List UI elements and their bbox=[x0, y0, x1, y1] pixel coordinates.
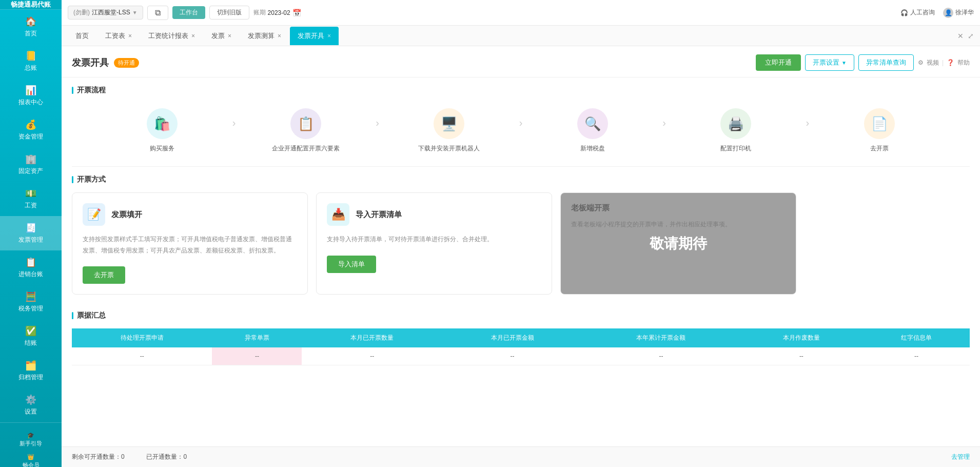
flow-step-label-download: 下载并安装开票机器人 bbox=[418, 144, 480, 153]
sidebar-item-general-ledger[interactable]: 📒总账 bbox=[0, 44, 62, 79]
flow-step-icon-open-invoice: 📄 bbox=[864, 108, 895, 139]
flow-step-new-taxbox: 🔍 新增税盘 bbox=[522, 108, 662, 153]
tab-close-invoice[interactable]: × bbox=[228, 32, 231, 40]
summary-section-title: 票据汇总 bbox=[72, 311, 970, 320]
tab-close-invoice-open[interactable]: × bbox=[327, 32, 331, 40]
boss-invoice-card: 老板端开票 查看老板端小程序提交的开票申请，并作出相应处理事项。 敬请期待 bbox=[560, 192, 796, 295]
summary-table-cell: -- bbox=[582, 347, 739, 365]
boss-card-overlay-text: 敬请期待 bbox=[650, 234, 707, 254]
summary-table-header: 本月已开票金额 bbox=[442, 328, 582, 347]
sidebar-item-home[interactable]: 🏠首页 bbox=[0, 10, 62, 44]
settings-dropdown-icon: ▼ bbox=[841, 60, 847, 66]
company-dropdown-icon: ▼ bbox=[132, 10, 138, 15]
go-open-invoice-button[interactable]: 去开票 bbox=[83, 266, 125, 284]
restore-icon[interactable]: ⤢ bbox=[968, 32, 974, 40]
method-cards: 📝 发票填开 支持按照发票样式手工填写开发票；可开具增值税电子普通发票、增值税普… bbox=[72, 192, 970, 303]
sidebar-bottom: 🎓新手引导👑畅会员 📌 取消固定 bbox=[0, 422, 62, 467]
sidebar-item-fixed-assets[interactable]: 🏢固定资产 bbox=[0, 147, 62, 182]
flow-step-icon-buy-service: 🛍️ bbox=[147, 108, 178, 139]
app-logo: 畅捷通易代账 bbox=[0, 0, 62, 10]
flow-step-label-config-printer: 配置打印机 bbox=[720, 144, 751, 153]
flow-step-icon-new-taxbox: 🔍 bbox=[577, 108, 608, 139]
method-section: 开票方式 📝 发票填开 支持按照发票样式手工填写开发票；可开具增值税电子普通发票… bbox=[62, 167, 980, 311]
sidebar-item-new-guide[interactable]: 🎓新手引导 bbox=[0, 429, 62, 451]
flow-step-buy-service: 🛍️ 购买服务 bbox=[92, 108, 232, 153]
tab-invoice-open[interactable]: 发票开具× bbox=[290, 27, 339, 45]
summary-table-cell: -- bbox=[442, 347, 582, 365]
summary-section: 票据汇总 待处理开票申请异常单票本月已开票数量本月已开票金额本年累计开票金额本月… bbox=[62, 311, 980, 376]
open-settings-button[interactable]: 开票设置 ▼ bbox=[805, 54, 854, 71]
fill-card-title: 发票填开 bbox=[111, 210, 142, 220]
tab-close-salary[interactable]: × bbox=[128, 32, 132, 40]
fill-icon: 📝 bbox=[83, 203, 105, 226]
company-selector[interactable]: (勿删) 江西服堂-LSS ▼ bbox=[68, 6, 143, 20]
immediate-open-button[interactable]: 立即开通 bbox=[756, 54, 801, 71]
sidebar-item-reports[interactable]: 📊报表中心 bbox=[0, 79, 62, 113]
topbar: (勿删) 江西服堂-LSS ▼ ⧉ 工作台 切到旧版 账期 2023-02 📅 … bbox=[62, 0, 980, 26]
flow-step-config-printer: 🖨️ 配置打印机 bbox=[666, 108, 806, 153]
flow-arrow-4: › bbox=[806, 117, 810, 129]
import-icon: 📥 bbox=[327, 203, 349, 226]
page-title-area: 发票开具 待开通 bbox=[72, 56, 139, 69]
import-card-desc: 支持导入待开票清单，可对待开票清单进行拆分、合并处理。 bbox=[327, 234, 541, 245]
fill-card-desc: 支持按照发票样式手工填写开发票；可开具增值税电子普通发票、增值税普通发票、增值税… bbox=[83, 234, 297, 256]
tab-close-salary-report[interactable]: × bbox=[191, 32, 195, 40]
sidebar-item-funds[interactable]: 💰资金管理 bbox=[0, 113, 62, 147]
tabbar: 首页工资表×工资统计报表×发票×发票测算×发票开具× ✕ ⤢ bbox=[62, 26, 980, 46]
manage-link[interactable]: 去管理 bbox=[951, 453, 970, 461]
close-all-icon[interactable]: ✕ bbox=[957, 32, 964, 40]
import-invoice-card: 📥 导入开票清单 支持导入待开票清单，可对待开票清单进行拆分、合并处理。 导入清… bbox=[316, 192, 552, 295]
tab-invoice[interactable]: 发票× bbox=[204, 27, 239, 45]
old-version-button[interactable]: 切到旧版 bbox=[209, 6, 249, 20]
summary-table-cell: -- bbox=[863, 347, 970, 365]
tab-home[interactable]: 首页 bbox=[68, 27, 96, 45]
sidebar-item-invoice-mgmt[interactable]: 🧾发票管理 bbox=[0, 216, 62, 250]
copy-button[interactable]: ⧉ bbox=[147, 6, 168, 20]
flow-steps: 🛍️ 购买服务 › 📋 企业开通配置开票六要素 › 🖥️ 下载并安装开票机器人 … bbox=[72, 103, 970, 158]
flow-arrow-3: › bbox=[662, 117, 666, 129]
period-selector[interactable]: 账期 2023-02 📅 bbox=[253, 8, 301, 17]
tabbar-actions: ✕ ⤢ bbox=[957, 32, 974, 40]
flow-step-label-configure: 企业开通配置开票六要素 bbox=[272, 144, 340, 153]
workstation-button[interactable]: 工作台 bbox=[172, 6, 205, 19]
summary-table-header: 本年累计开票金额 bbox=[582, 328, 739, 347]
summary-table-header: 红字信息单 bbox=[863, 328, 970, 347]
sidebar-item-settings[interactable]: ⚙️设置 bbox=[0, 388, 62, 422]
sidebar-item-member[interactable]: 👑畅会员 bbox=[0, 451, 62, 467]
flow-step-icon-configure: 📋 bbox=[290, 108, 321, 139]
sidebar-item-archive[interactable]: 🗂️归档管理 bbox=[0, 354, 62, 388]
main-area: (勿删) 江西服堂-LSS ▼ ⧉ 工作台 切到旧版 账期 2023-02 📅 … bbox=[62, 0, 980, 467]
fill-invoice-card: 📝 发票填开 支持按照发票样式手工填写开发票；可开具增值税电子普通发票、增值税普… bbox=[72, 192, 308, 295]
flow-step-open-invoice: 📄 去开票 bbox=[809, 108, 949, 153]
help-actions: ⚙ 视频 | ❓ 帮助 bbox=[918, 59, 970, 67]
abnormal-query-button[interactable]: 异常清单查询 bbox=[858, 54, 914, 71]
flow-arrow-2: › bbox=[519, 117, 523, 129]
tab-close-invoice-calc[interactable]: × bbox=[278, 32, 281, 40]
footer-info: 剩余可开通数量：0 已开通数量：0 bbox=[72, 453, 187, 461]
flow-step-label-open-invoice: 去开票 bbox=[870, 144, 889, 153]
flow-step-icon-config-printer: 🖨️ bbox=[720, 108, 751, 139]
content-area: 发票开具 待开通 立即开通 开票设置 ▼ 异常清单查询 ⚙ 视频 | ❓ 帮助 bbox=[62, 46, 980, 446]
user-profile[interactable]: 👤 徐泽华 bbox=[943, 8, 974, 18]
flow-section: 开票流程 🛍️ 购买服务 › 📋 企业开通配置开票六要素 › 🖥️ 下载并安装开… bbox=[62, 77, 980, 166]
sidebar-item-tax-mgmt[interactable]: 🧮税务管理 bbox=[0, 285, 62, 319]
tab-salary-report[interactable]: 工资统计报表× bbox=[141, 27, 203, 45]
service-button[interactable]: 🎧 人工咨询 bbox=[900, 8, 935, 17]
status-badge: 待开通 bbox=[114, 58, 139, 68]
import-list-button[interactable]: 导入清单 bbox=[327, 256, 376, 273]
flow-section-title: 开票流程 bbox=[72, 86, 970, 95]
flow-step-icon-download: 🖥️ bbox=[434, 108, 464, 139]
footer-bar: 剩余可开通数量：0 已开通数量：0 去管理 bbox=[62, 446, 980, 467]
sidebar-item-settlement[interactable]: ✅结账 bbox=[0, 319, 62, 354]
sidebar-item-purchase-sales[interactable]: 📋进销台账 bbox=[0, 250, 62, 285]
sidebar-item-salary[interactable]: 💵工资 bbox=[0, 182, 62, 216]
flow-step-configure: 📋 企业开通配置开票六要素 bbox=[236, 108, 376, 153]
summary-table-cell: -- bbox=[72, 347, 212, 365]
flow-step-download: 🖥️ 下载并安装开票机器人 bbox=[379, 108, 519, 153]
tab-invoice-calc[interactable]: 发票测算× bbox=[240, 27, 289, 45]
page-title: 发票开具 bbox=[72, 56, 109, 69]
boss-card-overlay: 敬请期待 bbox=[561, 193, 796, 294]
sidebar: 畅捷通易代账 🏠首页📒总账📊报表中心💰资金管理🏢固定资产💵工资🧾发票管理📋进销台… bbox=[0, 0, 62, 467]
summary-table-cell: -- bbox=[740, 347, 864, 365]
tab-salary[interactable]: 工资表× bbox=[97, 27, 140, 45]
